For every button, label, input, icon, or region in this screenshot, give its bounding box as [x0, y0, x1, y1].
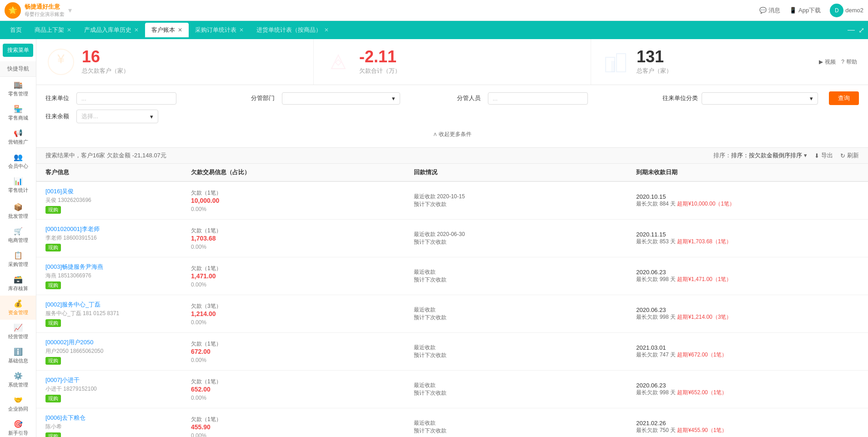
overdue-link-4[interactable]: 超期¥672.00（1笔）: [677, 352, 727, 358]
tab-minimize-btn[interactable]: —: [848, 26, 855, 34]
tab-close-production-history[interactable]: ✕: [134, 27, 139, 33]
user-menu[interactable]: D demo2: [830, 4, 863, 17]
recent-repay-1: 最近收款 2020-06-30: [414, 231, 637, 238]
sidebar-item-enterprise-collab[interactable]: 🤝 企业协同: [0, 392, 36, 416]
collapse-bar[interactable]: ∧ 收起更多条件: [45, 128, 859, 141]
dropdown-icon[interactable]: ▾: [68, 6, 72, 15]
tab-inbound-summary[interactable]: 进货单统计表（按商品） ✕: [250, 23, 335, 37]
filter-row-2: 往来余额 选择... ▾: [45, 110, 859, 123]
next-repay-1: 预计下次收款: [414, 238, 637, 246]
sidebar-item-purchase[interactable]: 📋 采购管理: [0, 247, 36, 271]
customer-name-4[interactable]: [000002]用户2050: [45, 338, 191, 347]
tab-close-customer-account[interactable]: ✕: [178, 27, 182, 33]
source-unit-input[interactable]: ...: [76, 92, 176, 105]
tab-close-inbound-summary[interactable]: ✕: [324, 27, 329, 33]
tab-production-history[interactable]: 产成品入库单历史 ✕: [78, 23, 145, 37]
refresh-btn[interactable]: ↻ 刷新: [840, 151, 859, 160]
manager-input[interactable]: ...: [488, 92, 588, 105]
sidebar-item-marketing[interactable]: 📢 营销推广: [0, 125, 36, 149]
tab-maximize-btn[interactable]: ⤢: [858, 26, 864, 35]
customer-name-2[interactable]: [0003]畅捷服务尹海燕: [45, 263, 191, 271]
tab-customer-account[interactable]: 客户账本 ✕: [145, 23, 189, 37]
tab-home[interactable]: 首页: [4, 23, 28, 37]
overdue-link-6[interactable]: 超期¥455.90（1笔）: [677, 427, 727, 433]
col-header-due: 到期未收款日期: [636, 168, 859, 176]
table-row: [0016]吴俊 吴俊 13026203696 现购 欠款（1笔） 10,000…: [36, 182, 868, 220]
debt-customers-icon: ¥: [47, 48, 75, 75]
new-guide-icon: 🎯: [14, 420, 23, 428]
customer-phone-5: 小进干 18279152100: [45, 385, 191, 393]
debt-customers-label: 总欠款客户（家）: [82, 67, 129, 75]
overdue-link-3[interactable]: 超期¥1,214.00（3笔）: [677, 314, 732, 320]
overdue-days-4: 最长欠款 747 天 超期¥672.00（1笔）: [636, 351, 859, 359]
unit-category-select[interactable]: ▾: [702, 92, 818, 105]
sidebar-item-inventory[interactable]: 🗃️ 库存核算: [0, 271, 36, 296]
sidebar-item-retail-mall[interactable]: 🏪 零售商城: [0, 101, 36, 125]
customer-name-3[interactable]: [0002]服务中心_丁磊: [45, 301, 191, 309]
due-date-1: 2020.11.15: [636, 231, 859, 238]
sidebar-item-member[interactable]: 👥 会员中心: [0, 149, 36, 173]
debt-amount-3[interactable]: 1,214.00: [191, 310, 414, 317]
top-bar: 🌟 畅捷通好生意 母婴行业演示账套 ▾ 💬 消息 📱 App下载 D demo2: [0, 0, 868, 21]
filter-row-1: 往来单位 ... 分管部门 ▾ 分管人员 ...: [45, 91, 859, 105]
table-row: [0001020001]李老师 李老师 18600391516 现购 欠款（1笔…: [36, 220, 868, 257]
due-info-3: 2020.06.23 最长欠款 998 天 超期¥1,214.00（3笔）: [636, 306, 859, 321]
balance-label: 往来余额: [45, 112, 73, 121]
debt-info-5: 欠款（1笔） 652.00 0.00%: [191, 378, 414, 401]
customer-phone-0: 吴俊 13026203696: [45, 196, 191, 204]
app-download-btn[interactable]: 📱 App下载: [789, 6, 821, 15]
dept-select[interactable]: ▾: [282, 92, 400, 105]
customer-name-6[interactable]: [0006]去下粮仓: [45, 414, 191, 422]
repay-info-6: 最近收款 预计下次收款: [414, 419, 637, 435]
due-info-0: 2020.10.15 最长欠款 884 天 超期¥10,000.00（1笔）: [636, 193, 859, 208]
sidebar-item-new-guide[interactable]: 🎯 新手引导: [0, 416, 36, 437]
due-info-1: 2020.11.15 最长欠款 853 天 超期¥1,703.68（1笔）: [636, 231, 859, 246]
overdue-link-0[interactable]: 超期¥10,000.00（1笔）: [677, 201, 735, 207]
unit-category-label: 往来单位分类: [662, 94, 698, 102]
customer-name-0[interactable]: [0016]吴俊: [45, 187, 191, 196]
tab-close-product-offline[interactable]: ✕: [67, 27, 71, 33]
repay-info-5: 最近收款 预计下次收款: [414, 382, 637, 397]
next-repay-2: 预计下次收款: [414, 276, 637, 284]
debt-percent-6: 0.00%: [191, 432, 414, 437]
message-btn[interactable]: 💬 消息: [759, 6, 780, 15]
sidebar-item-batch-mgmt[interactable]: 📦 批发管理: [0, 199, 36, 223]
sidebar-item-system[interactable]: ⚙️ 系统管理: [0, 368, 36, 392]
debt-amount-6[interactable]: 455.90: [191, 423, 414, 431]
debt-amount-1[interactable]: 1,703.68: [191, 235, 414, 242]
customer-name-1[interactable]: [0001020001]李老师: [45, 225, 191, 233]
search-menu-btn[interactable]: 搜索菜单: [3, 44, 33, 57]
sidebar-item-finance[interactable]: 💰 资金管理: [0, 296, 36, 320]
app-name: 畅捷通好生意: [25, 3, 65, 11]
sidebar-item-retail-stats[interactable]: 📊 零售统计: [0, 173, 36, 197]
tab-purchase-summary[interactable]: 采购订单统计表 ✕: [189, 23, 250, 37]
debt-amount-5[interactable]: 652.00: [191, 386, 414, 393]
sort-dropdown-icon[interactable]: ▾: [804, 152, 807, 159]
tab-close-purchase-summary[interactable]: ✕: [239, 27, 244, 33]
filter-manager: 分管人员 ...: [457, 92, 653, 105]
tab-product-offline[interactable]: 商品上下架 ✕: [28, 23, 78, 37]
overdue-link-1[interactable]: 超期¥1,703.68（1笔）: [677, 238, 732, 245]
debt-info-2: 欠款（1笔） 1,471.00 0.00%: [191, 265, 414, 288]
sidebar-item-ecommerce[interactable]: 🛒 电商管理: [0, 223, 36, 247]
overdue-link-5[interactable]: 超期¥652.00（1笔）: [677, 389, 727, 396]
overdue-days-1: 最长欠款 853 天 超期¥1,703.68（1笔）: [636, 238, 859, 246]
export-btn[interactable]: ⬇ 导出: [814, 151, 833, 160]
video-btn[interactable]: ▶ 视频: [819, 58, 836, 66]
logo-icon: 🌟: [5, 2, 21, 19]
quick-nav[interactable]: 快捷导航: [0, 61, 36, 77]
sidebar-item-retail-mgmt[interactable]: 🏬 零售管理: [0, 77, 36, 101]
debt-amount-4[interactable]: 672.00: [191, 348, 414, 355]
query-button[interactable]: 查询: [829, 91, 859, 105]
help-btn[interactable]: ? 帮助: [841, 58, 857, 66]
overdue-link-2[interactable]: 超期¥1,471.00（1笔）: [677, 276, 732, 282]
balance-select[interactable]: 选择... ▾: [76, 110, 158, 123]
debt-amount-0[interactable]: 10,000.00: [191, 197, 414, 204]
industry-label: 母婴行业演示账套: [25, 11, 65, 18]
next-repay-4: 预计下次收款: [414, 352, 637, 359]
sidebar-item-operations[interactable]: 📈 经营管理: [0, 320, 36, 344]
customer-name-5[interactable]: [0007]小进干: [45, 376, 191, 384]
col-header-repay: 回款情况: [414, 168, 637, 176]
debt-amount-2[interactable]: 1,471.00: [191, 272, 414, 280]
sidebar-item-basic-info[interactable]: ℹ️ 基础信息: [0, 344, 36, 368]
